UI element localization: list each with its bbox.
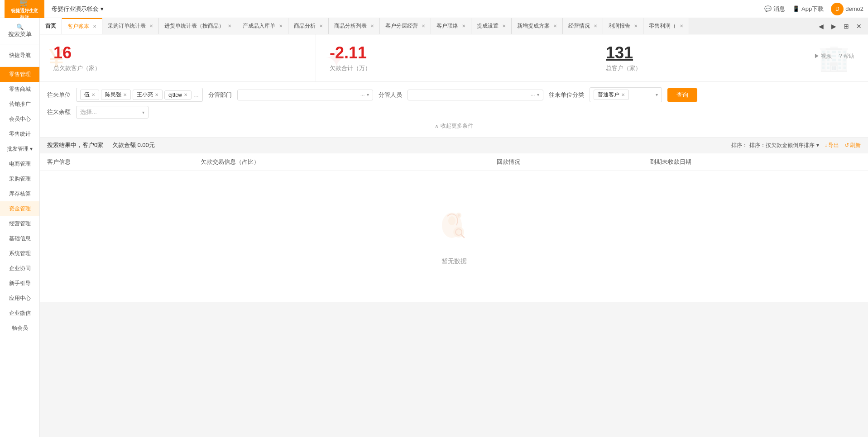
tab-bar-actions: ◀ ▶ ⊞ ✕: [812, 21, 868, 32]
overdue-amount-summary: 欠款金额 0.00元: [112, 142, 155, 148]
message-icon: 💬: [764, 5, 772, 12]
sidebar-item-purchase[interactable]: 采购管理: [0, 171, 39, 186]
sidebar-search[interactable]: 🔍 搜索菜单: [0, 18, 39, 44]
person-select-more: ···: [531, 92, 535, 98]
unit-tag-3-close[interactable]: ✕: [184, 92, 187, 97]
tab-close-ops-situation[interactable]: ✕: [594, 24, 597, 28]
sidebar-item-retail-mgmt[interactable]: 零售管理: [0, 67, 39, 82]
unit-category-label: 往来单位分类: [549, 91, 584, 99]
tab-close-customer-segment[interactable]: ✕: [422, 24, 425, 28]
unit-tag-0: 伍 ✕: [80, 90, 99, 100]
tab-close-commission-settings[interactable]: ✕: [502, 24, 506, 28]
unit-category-chevron-icon: ▾: [656, 92, 658, 97]
sidebar-item-retail-mall[interactable]: 零售商城: [0, 82, 39, 97]
col-header-due-date: 到期未收款日期: [643, 153, 868, 171]
person-filter-select[interactable]: ··· ▾: [408, 90, 543, 100]
tab-product-inbound[interactable]: 产成品入库单 ✕: [237, 18, 288, 34]
user-menu[interactable]: D demo2: [831, 3, 863, 15]
empty-icon: [436, 207, 472, 252]
dept-chevron-icon: ▾: [367, 92, 369, 97]
query-button[interactable]: 查询: [667, 88, 697, 102]
sidebar-item-app-center[interactable]: 应用中心: [0, 291, 39, 306]
industry-selector[interactable]: 母婴行业演示帐套 ▾: [48, 3, 107, 15]
sidebar-item-basic-info[interactable]: 基础信息: [0, 231, 39, 246]
collapse-filter-btn[interactable]: ∧ 收起更多条件: [435, 122, 473, 130]
unit-tag-0-close[interactable]: ✕: [91, 92, 95, 97]
tab-close-all-btn[interactable]: ✕: [854, 21, 864, 32]
tab-more-btn[interactable]: ⊞: [841, 21, 852, 32]
balance-placeholder: 选择...: [80, 108, 97, 116]
logo-icon: 🛒: [19, 0, 29, 8]
unit-tag-1-close[interactable]: ✕: [123, 92, 127, 97]
unit-tag-2-close[interactable]: ✕: [155, 92, 158, 97]
tab-home[interactable]: 首页: [40, 18, 62, 34]
sidebar-item-ops-mgmt[interactable]: 经营管理: [0, 216, 39, 231]
person-chevron-icon: ▾: [537, 92, 539, 97]
tab-close-purchase-order[interactable]: ✕: [149, 24, 153, 28]
sidebar-item-wholesale-mgmt[interactable]: 批发管理 ▾: [0, 142, 39, 157]
sort-select[interactable]: 排序： 排序：按欠款金额倒序排序 ▾: [731, 142, 819, 149]
tab-retail-profit[interactable]: 零售利润（ ✕: [643, 18, 689, 34]
app-download-btn[interactable]: 📱 App下载: [792, 5, 824, 13]
sidebar-item-system-mgmt[interactable]: 系统管理: [0, 246, 39, 261]
tab-close-purchase-stats[interactable]: ✕: [228, 24, 231, 28]
balance-filter-select[interactable]: 选择... ▾: [76, 106, 149, 119]
tab-commission-settings[interactable]: 提成设置 ✕: [471, 18, 512, 34]
tab-customer-segment[interactable]: 客户分层经营 ✕: [380, 18, 431, 34]
tab-close-customer-contact[interactable]: ✕: [462, 24, 465, 28]
tab-customer-contact[interactable]: 客户联络 ✕: [431, 18, 471, 34]
export-btn[interactable]: ↓ 导出: [825, 142, 839, 149]
tab-close-retail-profit[interactable]: ✕: [680, 24, 683, 28]
unit-category-tag-close[interactable]: ✕: [621, 92, 625, 97]
tab-close-product-inbound[interactable]: ✕: [279, 24, 283, 28]
tab-new-commission-plan[interactable]: 新增提成方案 ✕: [512, 18, 563, 34]
stats-row: ¥ 16 总欠款客户（家） ✦ -2.11 欠款合计（万）: [40, 34, 868, 82]
sidebar-item-retail-stats[interactable]: 零售统计: [0, 127, 39, 142]
tab-purchase-stats[interactable]: 进货单统计表（按商品） ✕: [159, 18, 237, 34]
col-header-repayment: 回款情况: [489, 153, 643, 171]
balance-filter-label: 往来余额: [47, 108, 71, 116]
tab-next-btn[interactable]: ▶: [828, 21, 839, 32]
sidebar-item-member-center[interactable]: 会员中心: [0, 112, 39, 127]
total-customers-value: 131: [606, 43, 641, 62]
sidebar-item-ecommerce[interactable]: 电商管理: [0, 157, 39, 171]
unit-filter-tags[interactable]: 伍 ✕ 陈民强 ✕ 王小亮 ✕: [76, 88, 203, 102]
unit-tag-more[interactable]: ...: [193, 91, 199, 99]
data-table: 客户信息 欠款交易信息（占比） 回款情况 到期未收款日期: [40, 153, 868, 171]
tab-close-new-commission-plan[interactable]: ✕: [553, 24, 557, 28]
sidebar-item-new-guide[interactable]: 新手引导: [0, 276, 39, 291]
sidebar-item-enterprise[interactable]: 企业协同: [0, 261, 39, 276]
tab-customer-cost[interactable]: 客户账本 ✕: [62, 18, 102, 34]
tab-ops-situation[interactable]: 经营情况 ✕: [563, 18, 603, 34]
dept-filter-select[interactable]: ··· ▾: [237, 90, 373, 100]
tab-prev-btn[interactable]: ◀: [815, 21, 826, 32]
sidebar: 🔍 搜索菜单 快捷导航 零售管理 零售商城 营销推广 会员中心 零售统计: [0, 18, 40, 437]
dept-select-more: ···: [360, 92, 365, 98]
tab-purchase-order-stats[interactable]: 采购订单统计表 ✕: [102, 18, 159, 34]
collapse-icon: ∧: [435, 123, 439, 129]
tab-close-product-analysis[interactable]: ✕: [319, 24, 323, 28]
sidebar-item-quick-nav[interactable]: 快捷导航: [0, 48, 39, 63]
tab-close-customer-cost[interactable]: ✕: [93, 24, 96, 29]
sidebar-item-vip[interactable]: 畅会员: [0, 321, 39, 336]
logo: 🛒 畅捷通好生意 标版: [5, 0, 44, 18]
page-content: ¥ 16 总欠款客户（家） ✦ -2.11 欠款合计（万）: [40, 34, 868, 437]
sidebar-item-inventory[interactable]: 库存核算: [0, 186, 39, 201]
unit-category-select[interactable]: 普通客户 ✕ ▾: [590, 87, 662, 102]
tab-profit-report[interactable]: 利润报告 ✕: [603, 18, 643, 34]
unit-tag-1: 陈民强 ✕: [101, 90, 131, 100]
message-btn[interactable]: 💬 消息: [764, 5, 785, 13]
avatar: D: [831, 3, 844, 15]
tab-product-analysis-list[interactable]: 商品分析列表 ✕: [329, 18, 380, 34]
stat-bg-icon-2: ✦: [325, 42, 348, 74]
tab-product-analysis[interactable]: 商品分析 ✕: [288, 18, 329, 34]
tab-close-profit-report[interactable]: ✕: [634, 24, 638, 28]
refresh-btn[interactable]: ↺ 刷新: [844, 142, 861, 149]
sidebar-item-finance[interactable]: 资金管理: [0, 201, 39, 216]
sidebar-item-marketing[interactable]: 营销推广: [0, 97, 39, 112]
svg-point-4: [448, 216, 456, 225]
unit-category-tag: 普通客户 ✕: [594, 90, 629, 100]
sidebar-item-enterprise-wechat[interactable]: 企业微信: [0, 306, 39, 321]
tab-close-product-analysis-list[interactable]: ✕: [370, 24, 374, 28]
person-filter-label: 分管人员: [379, 91, 402, 99]
